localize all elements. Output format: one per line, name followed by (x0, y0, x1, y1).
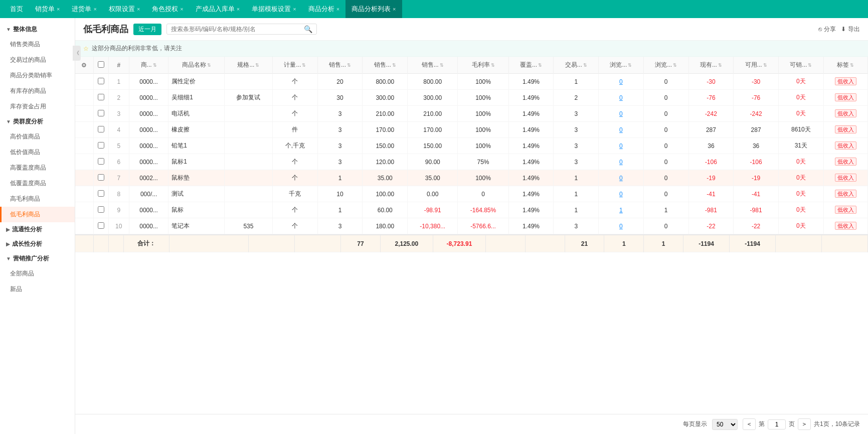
th-coverage[interactable]: 覆盖...⇅ (508, 57, 554, 74)
sidebar-group-cluster[interactable]: ▼ 类群度分析 (0, 114, 75, 129)
td-checkbox[interactable] (93, 138, 108, 154)
sidebar-group-circulation[interactable]: ▶ 流通性分析 (0, 222, 75, 237)
th-view2[interactable]: 浏览...⇅ (643, 57, 688, 74)
sidebar-item-low-margin[interactable]: 低毛利商品 (0, 207, 75, 222)
row-checkbox[interactable] (98, 190, 104, 197)
td-view1[interactable]: 0 (599, 170, 644, 186)
sidebar-item-low-coverage[interactable]: 低覆盖度商品 (0, 176, 75, 191)
td-checkbox[interactable] (93, 74, 108, 90)
th-current-stock[interactable]: 现有...⇅ (688, 57, 734, 74)
search-icon[interactable]: 🔍 (304, 25, 312, 33)
close-icon[interactable]: × (237, 6, 240, 12)
close-icon[interactable]: × (137, 6, 140, 12)
nav-item-sales[interactable]: 销货单 × (29, 0, 66, 18)
row-checkbox[interactable] (98, 126, 104, 132)
th-code[interactable]: 商...⇅ (129, 57, 168, 74)
th-spec[interactable]: 规格...⇅ (224, 57, 272, 74)
page-size-select[interactable]: 50 100 200 (712, 419, 738, 430)
share-button[interactable]: ⎋ 分享 (818, 25, 836, 34)
row-checkbox[interactable] (98, 94, 104, 100)
td-checkbox[interactable] (93, 106, 108, 122)
sidebar-collapse-button[interactable]: 《 (73, 46, 81, 61)
td-view1[interactable]: 0 (599, 122, 644, 138)
close-icon[interactable]: × (57, 6, 60, 12)
close-icon[interactable]: × (180, 6, 183, 12)
sidebar-item-capital[interactable]: 库存资金占用 (0, 99, 75, 114)
sidebar-item-sales-goods[interactable]: 销售类商品 (0, 37, 75, 52)
row-checkbox[interactable] (98, 206, 104, 213)
sidebar-item-all-goods[interactable]: 全部商品 (0, 266, 75, 281)
th-sales-amount[interactable]: 销售...⇅ (408, 57, 458, 74)
view1-link[interactable]: 0 (619, 94, 623, 101)
td-view1[interactable]: 0 (599, 74, 644, 90)
row-checkbox[interactable] (98, 142, 104, 149)
export-button[interactable]: ⬇ 导出 (841, 25, 860, 34)
td-checkbox[interactable] (93, 218, 108, 234)
nav-item-permissions[interactable]: 权限设置 × (103, 0, 146, 18)
row-checkbox[interactable] (98, 110, 104, 116)
td-view1[interactable]: 0 (599, 186, 644, 202)
next-page-button[interactable]: ＞ (798, 418, 811, 430)
row-checkbox[interactable] (98, 158, 104, 165)
view1-link[interactable]: 0 (619, 78, 623, 85)
close-icon[interactable]: × (393, 6, 396, 12)
search-input[interactable] (171, 26, 304, 33)
td-view1[interactable]: 0 (599, 154, 644, 170)
td-view1[interactable]: 0 (599, 218, 644, 234)
sidebar-group-growth[interactable]: ▶ 成长性分析 (0, 237, 75, 251)
th-sales-qty[interactable]: 销售...⇅ (317, 57, 363, 74)
close-icon[interactable]: × (293, 6, 296, 12)
nav-item-analysis-list[interactable]: 商品分析列表 × (345, 0, 402, 18)
sidebar-item-high-margin[interactable]: 高毛利商品 (0, 191, 75, 207)
td-view1[interactable]: 0 (599, 138, 644, 154)
row-checkbox[interactable] (98, 78, 104, 84)
sidebar-item-new-goods[interactable]: 新品 (0, 281, 75, 297)
sidebar-item-category-rate[interactable]: 商品分类助销率 (0, 68, 75, 83)
view1-link[interactable]: 0 (619, 110, 623, 117)
view1-link[interactable]: 0 (619, 191, 623, 198)
view1-link[interactable]: 0 (619, 142, 623, 150)
view1-link[interactable]: 0 (619, 175, 623, 182)
prev-page-button[interactable]: ＜ (743, 418, 756, 430)
th-gross-rate[interactable]: 毛利率⇅ (458, 57, 508, 74)
nav-item-roles[interactable]: 角色授权 × (146, 0, 189, 18)
td-checkbox[interactable] (93, 154, 108, 170)
nav-item-analysis[interactable]: 商品分析 × (302, 0, 345, 18)
th-name[interactable]: 商品名称⇅ (168, 57, 225, 74)
nav-item-home[interactable]: 首页 (4, 0, 29, 18)
sidebar-item-high-coverage[interactable]: 高覆盖度商品 (0, 160, 75, 176)
th-trade[interactable]: 交易...⇅ (554, 57, 599, 74)
view1-link[interactable]: 0 (619, 126, 623, 133)
row-checkbox[interactable] (98, 222, 104, 229)
th-available[interactable]: 可用...⇅ (734, 57, 779, 74)
sidebar-group-marketing[interactable]: ▼ 营销推广分析 (0, 251, 75, 266)
close-icon[interactable]: × (336, 6, 339, 12)
close-icon[interactable]: × (93, 6, 96, 12)
nav-item-template[interactable]: 单据模板设置 × (246, 0, 302, 18)
sidebar-item-in-stock[interactable]: 有库存的商品 (0, 83, 75, 99)
select-all-checkbox[interactable] (98, 61, 104, 68)
page-number-input[interactable] (768, 419, 786, 429)
nav-item-purchase[interactable]: 进货单 × (66, 0, 102, 18)
th-sales-price[interactable]: 销售...⇅ (363, 57, 408, 74)
td-checkbox[interactable] (93, 202, 108, 218)
td-view1[interactable]: 0 (599, 90, 644, 106)
view1-link[interactable]: 0 (619, 159, 623, 166)
th-saleable[interactable]: 可销...⇅ (778, 57, 823, 74)
sidebar-group-overall[interactable]: ▼ 整体信息 (0, 22, 75, 37)
td-checkbox[interactable] (93, 90, 108, 106)
nav-item-stock-in[interactable]: 产成品入库单 × (190, 0, 246, 18)
sidebar-item-high-value[interactable]: 高价值商品 (0, 129, 75, 144)
th-tag[interactable]: 标签⇅ (823, 57, 867, 74)
td-view1[interactable]: 1 (599, 202, 644, 218)
th-unit[interactable]: 计量...⇅ (272, 57, 317, 74)
td-checkbox[interactable] (93, 186, 108, 202)
row-checkbox[interactable] (98, 174, 104, 181)
td-checkbox[interactable] (93, 170, 108, 186)
view1-link[interactable]: 1 (619, 207, 623, 214)
view1-link[interactable]: 0 (619, 223, 623, 230)
time-filter-button[interactable]: 近一月 (133, 24, 161, 35)
td-checkbox[interactable] (93, 122, 108, 138)
sidebar-item-traded-goods[interactable]: 交易过的商品 (0, 52, 75, 68)
td-view1[interactable]: 0 (599, 106, 644, 122)
